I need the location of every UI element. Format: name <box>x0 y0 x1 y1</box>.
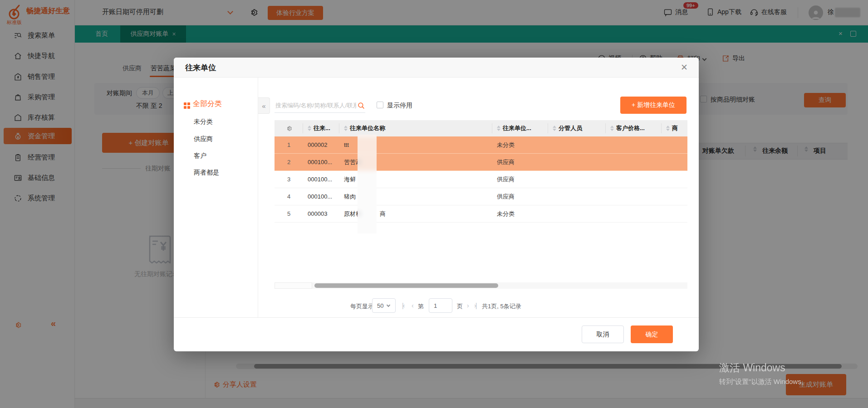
category-supplier[interactable]: 供应商 <box>194 135 213 143</box>
per-page-label: 每页显示 <box>350 302 374 311</box>
column-header-name[interactable]: 往来单位名称 <box>339 123 492 133</box>
confirm-button[interactable]: 确定 <box>631 325 673 343</box>
next-page-icon[interactable]: › <box>467 302 468 309</box>
app-root: 畅捷通好生意 标准版 搜索菜单 快捷导航 销售管理 采购管理 库存核算 资金管理 <box>0 0 868 408</box>
per-page-select[interactable]: 50 <box>372 298 396 313</box>
pagination-summary: 共1页, 5条记录 <box>482 302 521 311</box>
column-header-type[interactable]: 往来单位... <box>492 123 548 133</box>
column-header-manager[interactable]: 分管人员 <box>548 123 606 133</box>
modal-close-icon[interactable]: ✕ <box>681 62 688 73</box>
page-number-input[interactable] <box>429 298 452 313</box>
cancel-button[interactable]: 取消 <box>582 325 624 343</box>
column-header-customer-price[interactable]: 客户价格... <box>606 123 662 133</box>
column-header-goods[interactable]: 商 <box>662 123 687 133</box>
search-icon[interactable] <box>357 102 365 110</box>
category-all[interactable]: 全部分类 <box>193 99 222 109</box>
modal-header: 往来单位 ✕ <box>174 58 699 78</box>
category-unclassified[interactable]: 未分类 <box>194 118 213 126</box>
category-both[interactable]: 两者都是 <box>194 169 219 177</box>
prev-page-icon[interactable]: ‹ <box>412 302 413 309</box>
column-header-code[interactable]: 往来... <box>303 123 339 133</box>
search-input[interactable] <box>275 102 357 109</box>
table-scrollbar-thumb[interactable] <box>314 283 498 288</box>
add-partner-button[interactable]: + 新增往来单位 <box>620 97 687 114</box>
per-page-value: 50 <box>377 302 383 309</box>
show-disabled-checkbox[interactable] <box>377 102 383 108</box>
modal-title: 往来单位 <box>185 63 216 73</box>
page-prefix: 第 <box>418 302 424 311</box>
first-page-icon[interactable]: |‹ <box>402 302 404 309</box>
column-settings-gear-icon[interactable] <box>275 123 303 133</box>
partner-table-header: 往来... 往来单位名称 往来单位... 分管人员 客户价格... 商 <box>275 120 687 136</box>
per-page-chevron-down-icon <box>387 303 390 306</box>
privacy-blur-patch <box>358 135 377 233</box>
search-box <box>275 98 365 113</box>
watermark-line2: 转到"设置"以激活 Windows。 <box>719 378 808 386</box>
watermark-line1: 激活 Windows <box>719 361 808 375</box>
partner-select-modal: 往来单位 ✕ 全部分类 未分类 供应商 客户 两者都是 « 显示停用 + 新增往… <box>174 58 699 351</box>
table-scroll-corner <box>275 282 312 289</box>
collapse-panel-button[interactable]: « <box>258 97 270 114</box>
table-row[interactable]: 4 000100... 猪肉 供应商 <box>275 188 687 205</box>
table-row[interactable]: 5 000003 原材料商 未分类 <box>275 205 687 223</box>
table-row[interactable]: 2 000100... 苦苦蔬 供应商 <box>275 154 687 171</box>
category-grid-icon <box>184 102 190 109</box>
partner-table: 往来... 往来单位名称 往来单位... 分管人员 客户价格... 商 1 00… <box>275 120 687 223</box>
windows-activation-watermark: 激活 Windows 转到"设置"以激活 Windows。 <box>719 361 808 386</box>
category-customer[interactable]: 客户 <box>194 152 206 160</box>
show-disabled-label: 显示停用 <box>387 102 412 110</box>
table-row[interactable]: 1 000002 ttt 未分类 <box>275 136 687 154</box>
last-page-icon[interactable]: ›| <box>474 302 476 309</box>
page-suffix: 页 <box>457 302 463 311</box>
modal-footer-divider <box>174 317 699 318</box>
table-row[interactable]: 3 000100... 海鲜 供应商 <box>275 171 687 188</box>
